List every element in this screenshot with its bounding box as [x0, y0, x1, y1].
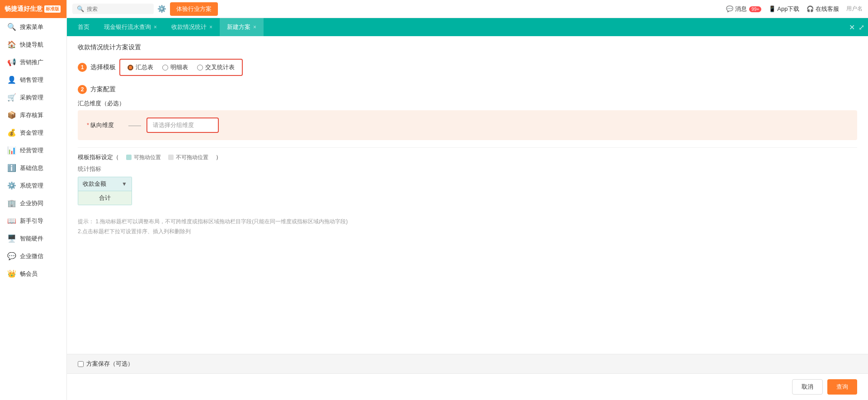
search-input[interactable] — [87, 6, 146, 12]
step2-header: 2 方案配置 — [78, 85, 857, 94]
metrics-table: 收款金额 ▼ 合计 — [78, 177, 132, 205]
sidebar-item-quicknav[interactable]: 🏠 快捷导航 — [0, 36, 66, 53]
metrics-setting-label: 模板指标设定（ — [78, 153, 119, 161]
legend-fixed: 不可拖动位置 — [168, 154, 208, 161]
sidebar-item-label: 快捷导航 — [20, 41, 43, 49]
hint-2: 2.点击标题栏下拉可设置排序、插入列和删除列 — [78, 227, 857, 237]
dimension-row: 纵向维度 —— 请选择分组维度 — [87, 118, 848, 133]
wechat-icon: 💬 — [7, 252, 16, 260]
sidebar-item-enterprise[interactable]: 🏢 企业协同 — [0, 194, 66, 212]
sidebar-item-label: 库存核算 — [20, 111, 43, 119]
maximize-icon[interactable]: ⤢ — [859, 23, 864, 32]
radio-cross-input[interactable] — [197, 65, 203, 71]
tab-home[interactable]: 首页 — [71, 18, 97, 36]
search-icon: 🔍 — [77, 5, 84, 12]
template-selector: 汇总表 明细表 交叉统计表 — [119, 59, 243, 76]
info-icon: ℹ️ — [7, 164, 16, 172]
tab-close-new-plan[interactable]: × — [253, 24, 256, 30]
step1-section: 1 选择模板 汇总表 明细表 交叉统计表 — [78, 59, 857, 76]
dropdown-icon[interactable]: ▼ — [122, 181, 127, 187]
query-button[interactable]: 查询 — [827, 379, 857, 395]
save-checkbox[interactable] — [78, 361, 84, 367]
sidebar-item-label: 基础信息 — [20, 164, 43, 172]
sidebar-item-search[interactable]: 🔍 搜索菜单 — [0, 18, 66, 36]
radio-cross[interactable]: 交叉统计表 — [197, 63, 235, 71]
save-label: 方案保存（可选） — [86, 360, 133, 368]
download-item[interactable]: 📱 App下载 — [769, 5, 799, 13]
sidebar-item-label: 销售管理 — [20, 76, 43, 84]
radio-detail-input[interactable] — [162, 65, 168, 71]
divider — [78, 147, 857, 148]
sidebar-logo: 畅捷通好生意 标准版 — [0, 0, 66, 18]
top-bar-right: 💬 消息 99+ 📱 App下载 🎧 在线客服 用户名 — [726, 5, 863, 13]
page-content: 收款情况统计方案设置 1 选择模板 汇总表 明细表 — [67, 36, 868, 354]
hardware-icon: 🖥️ — [7, 234, 16, 243]
legend-draggable: 可拖动位置 — [126, 154, 161, 161]
tab-cash-bank[interactable]: 现金银行流水查询 × — [97, 18, 164, 36]
sidebar-item-label: 新手引导 — [20, 217, 43, 225]
app-badge: 标准版 — [44, 5, 61, 13]
fixed-dot — [168, 155, 174, 160]
step2-section: 2 方案配置 汇总维度（必选） 纵向维度 —— 请选择分组维度 — [78, 85, 857, 241]
sidebar-item-inventory[interactable]: 📦 库存核算 — [0, 106, 66, 124]
step2-badge: 2 — [78, 85, 87, 94]
cancel-button[interactable]: 取消 — [792, 379, 823, 395]
trial-button[interactable]: 体验行业方案 — [170, 2, 218, 16]
sidebar-item-wechat[interactable]: 💬 企业微信 — [0, 247, 66, 265]
close-window-icon[interactable]: ✕ — [849, 23, 855, 32]
marketing-icon: 📢 — [7, 58, 16, 66]
app-name: 畅捷通好生意 — [5, 5, 42, 13]
draggable-dot — [126, 155, 132, 160]
message-item[interactable]: 💬 消息 99+ — [726, 5, 761, 13]
search-icon: 🔍 — [7, 23, 16, 31]
metrics-total-cell: 合计 — [78, 191, 132, 205]
sidebar-item-label: 营销推广 — [20, 58, 43, 66]
support-item[interactable]: 🎧 在线客服 — [807, 5, 839, 13]
tab-close-cash-bank[interactable]: × — [154, 24, 157, 30]
sidebar-item-operations[interactable]: 📊 经营管理 — [0, 141, 66, 159]
sidebar-item-finance[interactable]: 💰 资金管理 — [0, 124, 66, 141]
radio-summary-input[interactable] — [127, 65, 133, 71]
dimension-area: 纵向维度 —— 请选择分组维度 — [78, 110, 857, 140]
guide-icon: 📖 — [7, 216, 16, 225]
sidebar-item-label: 系统管理 — [20, 182, 43, 190]
search-box[interactable]: 🔍 — [72, 4, 154, 14]
metrics-legend: 模板指标设定（ 可拖动位置 不可拖动位置 ） — [78, 153, 857, 161]
dimension-select[interactable]: 请选择分组维度 — [146, 118, 219, 133]
message-badge: 99+ — [749, 6, 761, 12]
sidebar-item-guide[interactable]: 📖 新手引导 — [0, 212, 66, 230]
radio-detail[interactable]: 明细表 — [162, 63, 188, 71]
footer-bar: 取消 查询 — [67, 373, 868, 400]
sidebar-item-basic-info[interactable]: ℹ️ 基础信息 — [0, 159, 66, 177]
dimension-section-label: 汇总维度（必选） — [78, 99, 857, 108]
sidebar-item-label: 企业微信 — [20, 252, 43, 260]
step1-badge: 1 — [78, 63, 87, 72]
top-bar: 🔍 ⚙️ 体验行业方案 💬 消息 99+ 📱 App下载 🎧 在线客服 用户名 — [67, 0, 868, 18]
sidebar-item-hardware[interactable]: 🖥️ 智能硬件 — [0, 230, 66, 247]
step1-title: 选择模板 — [90, 63, 116, 71]
tab-close-receipts[interactable]: × — [209, 24, 212, 30]
tab-new-plan[interactable]: 新建方案 × — [220, 18, 264, 36]
sidebar-item-system[interactable]: ⚙️ 系统管理 — [0, 177, 66, 194]
radio-summary[interactable]: 汇总表 — [127, 63, 153, 71]
sidebar-item-sales[interactable]: 👤 销售管理 — [0, 71, 66, 89]
sidebar-item-label: 畅会员 — [20, 270, 38, 278]
sidebar-item-label: 资金管理 — [20, 129, 43, 137]
tab-receipts[interactable]: 收款情况统计 × — [164, 18, 220, 36]
settings-icon[interactable]: ⚙️ — [157, 5, 166, 13]
tab-actions: ✕ ⤢ — [849, 23, 864, 32]
sidebar-item-marketing[interactable]: 📢 营销推广 — [0, 53, 66, 71]
sidebar-item-purchase[interactable]: 🛒 采购管理 — [0, 89, 66, 106]
sidebar-item-label: 搜索菜单 — [20, 23, 43, 31]
sidebar-item-label: 企业协同 — [20, 199, 43, 207]
sidebar-item-member[interactable]: 👑 畅会员 — [0, 265, 66, 282]
sidebar-item-label: 经营管理 — [20, 146, 43, 155]
sidebar-item-label: 智能硬件 — [20, 235, 43, 243]
step1-header: 1 选择模板 汇总表 明细表 交叉统计表 — [78, 59, 857, 76]
main-area: 🔍 ⚙️ 体验行业方案 💬 消息 99+ 📱 App下载 🎧 在线客服 用户名 … — [67, 0, 868, 400]
home-icon: 🏠 — [7, 40, 16, 49]
tab-bar: 首页 现金银行流水查询 × 收款情况统计 × 新建方案 × ✕ ⤢ — [67, 18, 868, 36]
sidebar: 畅捷通好生意 标准版 🔍 搜索菜单 🏠 快捷导航 📢 营销推广 👤 销售管理 🛒… — [0, 0, 67, 400]
metrics-header[interactable]: 收款金额 ▼ — [78, 177, 132, 191]
operations-icon: 📊 — [7, 146, 16, 155]
